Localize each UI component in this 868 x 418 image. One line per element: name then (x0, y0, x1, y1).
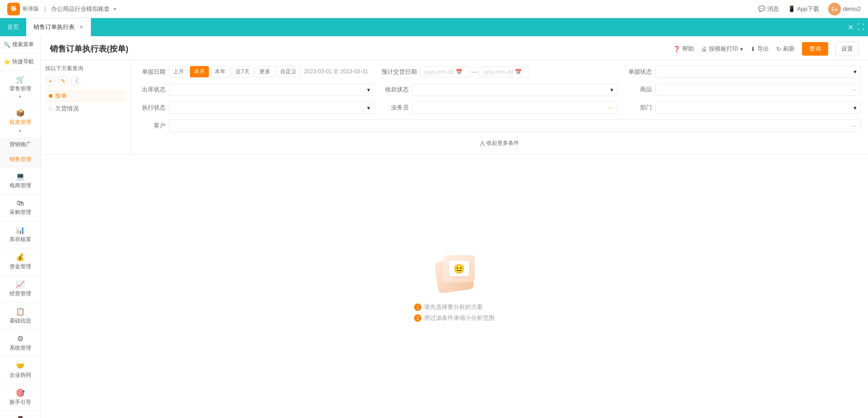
sidebar-item-marketing[interactable]: 营销推广 (0, 137, 40, 152)
dept-label: 部门 (625, 104, 652, 112)
exec-status-select[interactable]: ▾ (169, 102, 374, 114)
field-salesman: 业务员 ··· (382, 101, 618, 114)
user-action[interactable]: Ea demo2 (828, 3, 861, 15)
dept-select[interactable]: ▾ (656, 102, 861, 114)
close-tab-button[interactable]: ✕ (848, 23, 854, 32)
shipment-status-select[interactable]: ▾ (169, 84, 374, 96)
system-icon: ⚙ (17, 334, 24, 343)
sidebar-item-apps[interactable]: 📱 应用中心 (0, 411, 40, 418)
sidebar: 🔍 搜索菜单 ⭐ 快捷导航 🛒 零售管理 ▾ 📦 批发管理 ▴ 营销推广 (0, 36, 41, 418)
topbar-left: 畅 标准版 | 办公用品行业模拟账套 ▾ (7, 3, 116, 15)
sidebar-item-retail[interactable]: 🛒 零售管理 ▾ (0, 71, 40, 104)
collapse-filter-button[interactable]: ⋀ 收起更多条件 (480, 139, 519, 147)
sidebar-section-enterprise: 🤝 企业协同 (0, 357, 40, 384)
sidebar-item-newuser[interactable]: 🎯 新手引导 (0, 384, 40, 411)
schema-title-label: 按以下方案查询 (45, 65, 83, 72)
message-action[interactable]: 💬 消息 (758, 5, 779, 13)
app-download-action[interactable]: 📱 App下载 (788, 5, 819, 13)
expected-date-start[interactable]: yyyy-mm-dd 📅 (420, 66, 470, 77)
sidebar-sub-wholesale: 营销推广 销售管理 (0, 137, 40, 167)
goods-input[interactable]: ··· (656, 83, 861, 96)
topbar: 畅 标准版 | 办公用品行业模拟账套 ▾ 💬 消息 📱 App下载 Ea dem… (0, 0, 868, 18)
exec-arrow-icon: ▾ (367, 104, 370, 111)
calendar-end-icon: 📅 (515, 69, 522, 75)
sidebar-item-basic[interactable]: 📋 基础信息 (0, 303, 40, 329)
filter-row-1: 单据日期 上月 本月 本年 近7天 更多 自定义 2023-03-01 至 20… (138, 66, 861, 78)
print-arrow-icon: ▾ (740, 46, 743, 52)
tab-sales-order[interactable]: 销售订单执行表 ✕ (26, 18, 91, 36)
print-action[interactable]: 🖨 按模板打印 ▾ (701, 45, 743, 53)
field-goods: 商品 ··· (625, 83, 861, 96)
field-payment-status: 收款状态 ▾ (382, 84, 618, 96)
print-icon: 🖨 (701, 46, 707, 52)
main-layout: 🔍 搜索菜单 ⭐ 快捷导航 🛒 零售管理 ▾ 📦 批发管理 ▴ 营销推广 (0, 36, 868, 418)
add-schema-button[interactable]: + (45, 76, 55, 86)
date-range-text: 2023-03-01 至 2023-03-31 (304, 68, 368, 76)
sidebar-item-inventory[interactable]: 📊 库存核算 (0, 221, 40, 248)
refresh-action[interactable]: ↻ 刷新 (776, 45, 795, 53)
salesman-input[interactable]: ··· (412, 101, 618, 114)
maximize-tab-button[interactable]: ⛶ (857, 23, 864, 31)
search-label: 搜索菜单 (12, 41, 34, 48)
date-btn-custom[interactable]: 自定义 (276, 66, 301, 77)
collapse-schema-button[interactable]: 《 (71, 76, 80, 86)
sidebar-item-sales[interactable]: 销售管理 (0, 152, 40, 167)
payment-status-select[interactable]: ▾ (412, 84, 618, 96)
ecommerce-label: 电商管理 (9, 182, 31, 190)
export-action[interactable]: ⬇ 导出 (750, 45, 769, 53)
sidebar-section-operation: 📈 经营管理 (0, 276, 40, 303)
operation-label: 经营管理 (9, 290, 31, 298)
tabbar-actions: ✕ ⛶ (848, 23, 868, 32)
settings-button[interactable]: 设置 (835, 42, 859, 56)
sidebar-item-wholesale[interactable]: 📦 批发管理 ▴ (0, 104, 40, 137)
customer-input[interactable]: ··· (169, 119, 861, 132)
doc-date-label: 单据日期 (138, 68, 165, 76)
sidebar-search[interactable]: 🔍 搜索菜单 (0, 36, 40, 53)
filter-row-3: 执行状态 ▾ 业务员 ··· 部门 (138, 101, 861, 114)
sidebar-item-enterprise[interactable]: 🤝 企业协同 (0, 357, 40, 384)
sidebar-item-operation[interactable]: 📈 经营管理 (0, 276, 40, 302)
date-btn-7days[interactable]: 近7天 (231, 66, 254, 77)
filter-fields: 单据日期 上月 本月 本年 近7天 更多 自定义 2023-03-01 至 20… (131, 60, 868, 154)
refresh-icon: ↻ (776, 46, 781, 52)
schema-item-credit[interactable]: 欠货情况 (45, 102, 126, 115)
help-action[interactable]: ❓ 帮助 (673, 45, 694, 53)
schema-item-press-order[interactable]: 按单 (45, 90, 126, 102)
query-button[interactable]: 查询 (802, 42, 828, 56)
sidebar-item-finance[interactable]: 💰 资金管理 (0, 248, 40, 275)
date-btn-this-month[interactable]: 本月 (190, 66, 209, 77)
sidebar-item-ecommerce[interactable]: 💻 电商管理 (0, 167, 40, 194)
goods-more-icon[interactable]: ··· (851, 86, 857, 93)
date-btn-this-year[interactable]: 本年 (211, 66, 230, 77)
tab-home[interactable]: 首页 (0, 18, 26, 36)
sales-label: 销售管理 (9, 156, 31, 163)
quick-label: 快捷导航 (12, 58, 34, 66)
sidebar-item-purchase[interactable]: 🛍 采购管理 (0, 195, 40, 221)
shipment-label: 出库状态 (138, 86, 165, 94)
salesman-more-icon[interactable]: ··· (608, 104, 613, 111)
doc-status-select[interactable]: ▾ (656, 66, 861, 78)
customer-label: 客户 (138, 122, 165, 130)
retail-icon: 🛒 (16, 75, 25, 84)
user-name: demo2 (843, 5, 861, 12)
retail-arrow-icon: ▾ (19, 94, 21, 99)
date-btn-more[interactable]: 更多 (255, 66, 274, 77)
edit-schema-button[interactable]: ✎ (58, 76, 68, 86)
sidebar-quick-nav[interactable]: ⭐ 快捷导航 (0, 53, 40, 71)
date-btn-last-month[interactable]: 上月 (169, 66, 188, 77)
retail-label: 零售管理 (9, 85, 31, 93)
topbar-arrow-icon[interactable]: ▾ (113, 6, 116, 12)
collapse-up-icon: ⋀ (480, 140, 485, 147)
page-actions: ❓ 帮助 🖨 按模板打印 ▾ ⬇ 导出 ↻ 刷新 查询 设置 (673, 42, 859, 56)
filter-row-2: 出库状态 ▾ 收款状态 ▾ 商品 (138, 83, 861, 96)
sidebar-section-finance: 💰 资金管理 (0, 248, 40, 276)
customer-more-icon[interactable]: ··· (851, 122, 857, 129)
page-header: 销售订单执行表(按单) ❓ 帮助 🖨 按模板打印 ▾ ⬇ 导出 ↻ 刷新 (41, 36, 868, 60)
operation-icon: 📈 (16, 280, 25, 289)
newuser-icon: 🎯 (16, 389, 25, 397)
tab-close-icon[interactable]: ✕ (79, 24, 84, 30)
expected-date-end[interactable]: yyyy-mm-dd 📅 (480, 66, 529, 77)
date-buttons-group: 上月 本月 本年 近7天 更多 自定义 2023-03-01 至 2023-03… (169, 66, 374, 77)
sidebar-item-system[interactable]: ⚙ 系统管理 (0, 330, 40, 356)
schema-label-press-order: 按单 (55, 92, 67, 100)
